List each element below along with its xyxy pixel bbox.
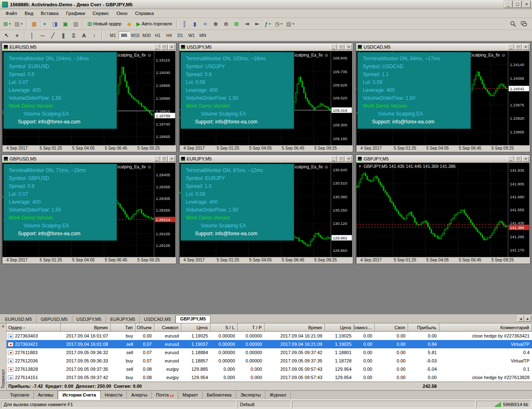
chart-minimize-button[interactable]: _ <box>153 44 160 50</box>
chart-tab-gbpjpy[interactable]: GBPJPY,M5 <box>176 315 210 323</box>
column-header-sl[interactable]: S / L <box>210 323 238 332</box>
chat-button[interactable] <box>519 19 529 28</box>
column-header-comment[interactable]: Комментарий <box>439 323 532 332</box>
column-header-profit[interactable]: Прибыль <box>408 323 439 332</box>
chart-close-button[interactable]: × <box>345 44 352 50</box>
menu-service[interactable]: Сервис <box>89 10 113 17</box>
chart-plot-area[interactable]: ▼ GBPJPY,M5 141.435 141.445 141.369 141.… <box>356 163 508 257</box>
terminal-tab-trade[interactable]: Торговля <box>6 391 34 399</box>
chart-plot-area[interactable]: Scalping_Ea_fix ☺ TerminalMonitor ON, 10… <box>180 51 331 145</box>
new-order-button[interactable]: ⊞Новый ордер <box>86 19 124 28</box>
zoom-out-button[interactable]: ⊖ <box>221 19 231 28</box>
history-row[interactable]: 2273634032017.09.04 16:01:07buy0.00eurus… <box>7 332 532 340</box>
time-axis[interactable]: 4 Sep 20175 Sep 01:255 Sep 04:055 Sep 06… <box>180 145 353 151</box>
terminal-tab-experts[interactable]: Эксперты <box>236 391 265 399</box>
auto-scroll-button[interactable]: ⇥ <box>242 19 252 28</box>
menu-charts[interactable]: Графики <box>62 10 89 17</box>
chart-window-titlebar[interactable]: USDJPY,M5 _ □ × <box>179 43 353 51</box>
status-profile[interactable]: Default <box>237 401 291 408</box>
column-header-close-price[interactable]: Цена <box>325 323 354 332</box>
chart-restore-button[interactable]: □ <box>338 156 344 162</box>
chart-minimize-button[interactable]: _ <box>330 44 337 50</box>
terminal-tab-assets[interactable]: Активы <box>34 391 58 399</box>
market-watch-button[interactable]: ▦ <box>29 19 39 28</box>
chart-restore-button[interactable]: □ <box>161 156 168 162</box>
timeframe-mn-button[interactable]: MN <box>197 31 208 39</box>
channel-tool-button[interactable]: ∥ <box>58 31 68 40</box>
autotrade-button[interactable]: ▶Авто-торговля <box>135 19 175 28</box>
price-scale[interactable]: 1.191151.190401.189651.188901.188151.187… <box>154 51 176 145</box>
chart-minimize-button[interactable]: _ <box>507 44 514 50</box>
periods-button[interactable]: ◷▾ <box>273 19 284 28</box>
arrows-tool-button[interactable]: ↑ <box>89 31 99 40</box>
menu-window[interactable]: Окно <box>113 10 131 17</box>
chart-plot-area[interactable]: Scalping_Ea_fix ☺ TerminalMonitor ON, 10… <box>2 51 154 145</box>
chart-window-titlebar[interactable]: EURUSD,M5 _ □ × <box>2 43 176 51</box>
timeframe-m15-button[interactable]: M15 <box>130 31 141 39</box>
time-axis[interactable]: 4 Sep 20175 Sep 01:255 Sep 04:055 Sep 06… <box>356 145 530 151</box>
chart-plot-area[interactable]: Scalping_Ea_fix ☺ TerminalMonitor ON, 84… <box>356 51 508 145</box>
chart-line-button[interactable]: ≈ <box>200 19 210 28</box>
tab-scroll-left-button[interactable]: ◂ <box>517 315 524 322</box>
chart-restore-button[interactable]: □ <box>338 44 344 50</box>
chart-minimize-button[interactable]: _ <box>507 156 514 162</box>
timeframe-m30-button[interactable]: M30 <box>141 31 152 39</box>
chart-candles-button[interactable]: ▮ <box>190 19 200 28</box>
column-header-volume[interactable]: Объем <box>136 323 154 332</box>
chart-tab-usdcad[interactable]: USDCAD,M5 <box>140 316 176 323</box>
minimize-button[interactable]: _ <box>504 1 512 8</box>
time-axis[interactable]: 4 Sep 20175 Sep 01:255 Sep 04:055 Sep 06… <box>180 257 353 263</box>
chart-window-titlebar[interactable]: USDCAD,M5 _ □ × <box>356 43 530 51</box>
column-header-open-time[interactable]: Время <box>61 323 111 332</box>
navigator-button[interactable]: ◨ <box>50 19 60 28</box>
strategy-tester-button[interactable]: ▧ <box>71 19 81 28</box>
terminal-tab-mail[interactable]: Почта14 <box>152 391 178 399</box>
profiles-button[interactable]: ▤▾ <box>13 19 24 28</box>
chart-close-button[interactable]: × <box>168 44 175 50</box>
chart-plot-area[interactable]: Scalping_Ea_fix ☺ TerminalMonitor ON, 87… <box>180 163 331 257</box>
column-header-close-time[interactable]: Время <box>265 323 325 332</box>
tab-scroll-right-button[interactable]: ▸ <box>525 315 531 322</box>
close-button[interactable]: × <box>522 1 531 8</box>
chart-restore-button[interactable]: □ <box>161 44 168 50</box>
templates-button[interactable]: ▨▾ <box>285 19 296 28</box>
timeframe-h1-button[interactable]: H1 <box>152 31 163 39</box>
chart-close-button[interactable]: × <box>345 156 352 162</box>
column-header-open-price[interactable]: Цена <box>181 323 210 332</box>
terminal-button[interactable]: ▣ <box>60 19 70 28</box>
time-axis[interactable]: 4 Sep 20175 Sep 01:255 Sep 04:055 Sep 06… <box>356 257 530 263</box>
chart-tab-eurjpy[interactable]: EURJPY,M5 <box>106 316 140 323</box>
chart-tab-usdjpy[interactable]: USDJPY,M5 <box>72 316 106 323</box>
text-tool-button[interactable]: A <box>79 31 89 40</box>
terminal-tab-news[interactable]: Новости <box>101 391 127 399</box>
history-row[interactable]: 2276120362017.09.05 09:36:33buy0.07eurus… <box>7 357 532 365</box>
column-header-tp[interactable]: T / P <box>238 323 265 332</box>
horizontal-line-tool-button[interactable]: ─ <box>37 31 47 40</box>
vertical-line-tool-button[interactable]: │ <box>27 31 37 40</box>
close-terminal-button[interactable]: × <box>2 324 4 328</box>
window-titlebar[interactable]: 1568885: Activtrades-Demo - Демо Счет - … <box>0 0 532 9</box>
history-row[interactable]: 2276141512017.09.05 09:37:42buy0.08eurjp… <box>7 373 532 382</box>
trendline-tool-button[interactable]: ╱ <box>48 31 58 40</box>
history-row[interactable]: 2276138282017.09.05 09:37:35sell0.08eurj… <box>7 365 532 373</box>
price-scale[interactable]: 130.640130.510130.380130.250130.120129.8… <box>331 163 352 257</box>
menu-file[interactable]: Файл <box>2 10 21 17</box>
chart-tab-eurusd[interactable]: EURUSD,M5 <box>1 316 37 323</box>
timeframe-w1-button[interactable]: W1 <box>186 31 197 39</box>
price-scale[interactable]: 1.294051.293551.293051.292551.291551.291… <box>154 163 176 257</box>
price-scale[interactable]: 109.845109.735109.625109.520109.300109.1… <box>331 51 352 145</box>
time-axis[interactable]: 4 Sep 20175 Sep 01:255 Sep 04:055 Sep 06… <box>2 257 176 263</box>
timeframe-m5-button[interactable]: M5 <box>119 31 130 39</box>
chart-close-button[interactable]: × <box>168 156 175 162</box>
zoom-in-button[interactable]: ⊕ <box>210 19 220 28</box>
terminal-tab-journal[interactable]: Журнал <box>265 391 291 399</box>
cursor-tool-button[interactable]: ↖ <box>2 31 12 40</box>
chart-minimize-button[interactable]: _ <box>330 156 337 162</box>
column-header-order[interactable]: Ордер▵ <box>7 323 61 332</box>
tile-windows-button[interactable]: ⊞ <box>231 19 241 28</box>
new-chart-button[interactable]: ⊞▾ <box>2 19 12 28</box>
data-window-button[interactable]: + <box>40 19 49 28</box>
column-header-type[interactable]: Тип <box>111 323 136 332</box>
crosshair-tool-button[interactable]: + <box>12 31 22 40</box>
menu-help[interactable]: Справка <box>131 10 158 17</box>
